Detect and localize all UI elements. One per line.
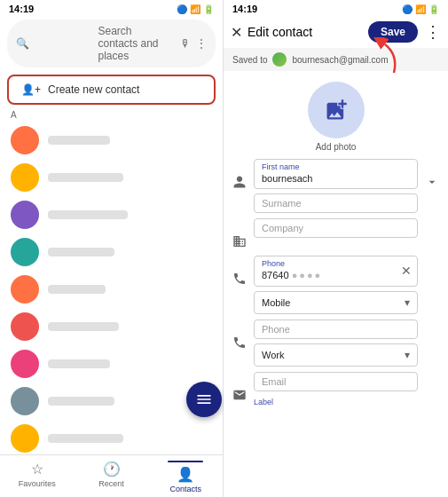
active-indicator	[168, 461, 203, 462]
nav-recent[interactable]: 🕐 Recent	[75, 461, 149, 493]
more-icon[interactable]: ⋮	[196, 37, 207, 50]
label-label: Label	[254, 396, 418, 406]
contact-name	[48, 210, 128, 219]
fab-button[interactable]	[186, 382, 222, 417]
list-item[interactable]	[4, 233, 219, 271]
status-bar-right: 14:19 🔵 📶 🔋	[224, 0, 448, 16]
time-right: 14:19	[232, 4, 257, 14]
contact-name	[48, 285, 106, 294]
list-item[interactable]	[4, 420, 219, 454]
contact-name	[48, 173, 123, 182]
search-placeholder: Search contacts and places	[98, 25, 174, 62]
phone2-icon	[231, 334, 248, 351]
phone1-field[interactable]: Phone 87640 ●●●● ✕	[254, 256, 418, 286]
close-button[interactable]: ✕	[231, 24, 242, 41]
avatar	[11, 424, 39, 453]
mobile-label-text: Mobile	[262, 297, 401, 308]
edit-contact-title: Edit contact	[248, 25, 363, 39]
expand-button[interactable]	[423, 173, 441, 191]
nav-contacts-label: Contacts	[169, 485, 201, 493]
add-photo-area[interactable]: Add photo	[224, 71, 448, 159]
email-fields: Email Label	[254, 372, 418, 406]
bluetooth-icon: 🔵	[177, 4, 187, 14]
company-placeholder: Company	[262, 223, 410, 233]
contact-name	[48, 434, 123, 443]
mobile-label-dropdown[interactable]: Mobile ▾	[254, 291, 418, 314]
person-icon	[231, 173, 248, 191]
nav-favourites[interactable]: ☆ Favourites	[0, 461, 75, 493]
phone1-fields: Phone 87640 ●●●● ✕ Mobile ▾	[254, 256, 418, 313]
contact-name	[48, 248, 114, 256]
contact-name	[48, 359, 110, 368]
phone1-value: 87640 ●●●●	[262, 269, 392, 281]
account-avatar	[272, 52, 287, 67]
phone2-placeholder: Phone	[262, 324, 410, 335]
search-bar[interactable]: 🔍 Search contacts and places 🎙 ⋮	[7, 20, 216, 67]
list-item[interactable]	[4, 159, 219, 196]
edit-header: ✕ Edit contact Save ⋮	[224, 16, 448, 48]
contact-name	[48, 136, 110, 145]
company-icon	[231, 233, 248, 250]
status-icons-right: 🔵 📶 🔋	[402, 4, 439, 14]
phone2-field[interactable]: Phone	[254, 320, 418, 339]
contact-form: First name bournesach Surname Company	[224, 159, 448, 497]
company-field[interactable]: Company	[254, 218, 418, 238]
status-icons-left: 🔵 📶 🔋	[177, 4, 214, 14]
mic-icon[interactable]: 🎙	[180, 37, 191, 50]
more-options-button[interactable]: ⋮	[425, 22, 441, 42]
phone-icon	[231, 270, 248, 288]
list-item[interactable]	[4, 308, 219, 345]
email-placeholder: Email	[262, 376, 410, 387]
avatar	[11, 387, 39, 415]
phone2-row: Phone Work ▾	[231, 320, 441, 367]
nav-recent-label: Recent	[98, 479, 124, 488]
saved-to-label: Saved to	[232, 55, 267, 65]
surname-field[interactable]: Surname	[254, 193, 418, 213]
company-row: Company	[231, 218, 441, 250]
avatar	[11, 275, 39, 304]
first-name-value: bournesach	[262, 172, 410, 185]
bluetooth-icon-right: 🔵	[402, 4, 413, 14]
clear-phone-button[interactable]: ✕	[401, 264, 412, 278]
email-field[interactable]: Email	[254, 372, 418, 391]
contact-name	[48, 397, 114, 406]
list-item[interactable]	[4, 271, 219, 308]
create-contact-label: Create new contact	[48, 83, 139, 96]
edit-contact-panel: 14:19 🔵 📶 🔋 ✕ Edit contact Save ⋮ Saved …	[224, 0, 448, 497]
first-name-fields: First name bournesach Surname	[254, 159, 418, 213]
avatar	[11, 238, 39, 266]
first-name-label: First name	[262, 163, 410, 171]
avatar	[11, 350, 39, 378]
contacts-list-panel: 14:19 🔵 📶 🔋 🔍 Search contacts and places…	[0, 0, 224, 497]
list-item[interactable]	[4, 345, 219, 383]
battery-icon-right: 🔋	[428, 4, 439, 14]
create-contact-button[interactable]: 👤+ Create new contact	[7, 75, 216, 105]
phone1-label: Phone	[262, 260, 392, 268]
first-name-row: First name bournesach Surname	[231, 159, 441, 213]
saved-to-bar: Saved to bournesach@gmail.com	[224, 48, 448, 71]
avatar	[11, 163, 39, 192]
company-fields: Company	[254, 218, 418, 238]
search-icon: 🔍	[16, 37, 91, 50]
contact-name	[48, 322, 119, 331]
save-button[interactable]: Save	[368, 21, 418, 43]
alpha-marker: A	[4, 108, 219, 122]
phone2-fields: Phone Work ▾	[254, 320, 418, 367]
list-item[interactable]	[4, 122, 219, 159]
status-bar-left: 14:19 🔵 📶 🔋	[0, 0, 223, 16]
saved-to-email: bournesach@gmail.com	[292, 55, 388, 65]
add-photo-button[interactable]	[308, 82, 365, 138]
contacts-icon: 👤	[177, 466, 194, 483]
work-label-dropdown[interactable]: Work ▾	[254, 343, 418, 367]
list-item[interactable]	[4, 196, 219, 233]
work-label-text: Work	[262, 350, 401, 360]
avatar	[11, 312, 39, 341]
add-person-icon: 👤+	[21, 83, 41, 96]
signal-icon-right: 📶	[415, 4, 426, 14]
signal-icon: 📶	[190, 4, 200, 14]
email-icon	[231, 386, 248, 404]
time-left: 14:19	[9, 4, 34, 14]
nav-contacts[interactable]: 👤 Contacts	[148, 461, 223, 493]
star-icon: ☆	[31, 461, 43, 477]
first-name-field[interactable]: First name bournesach	[254, 159, 418, 189]
